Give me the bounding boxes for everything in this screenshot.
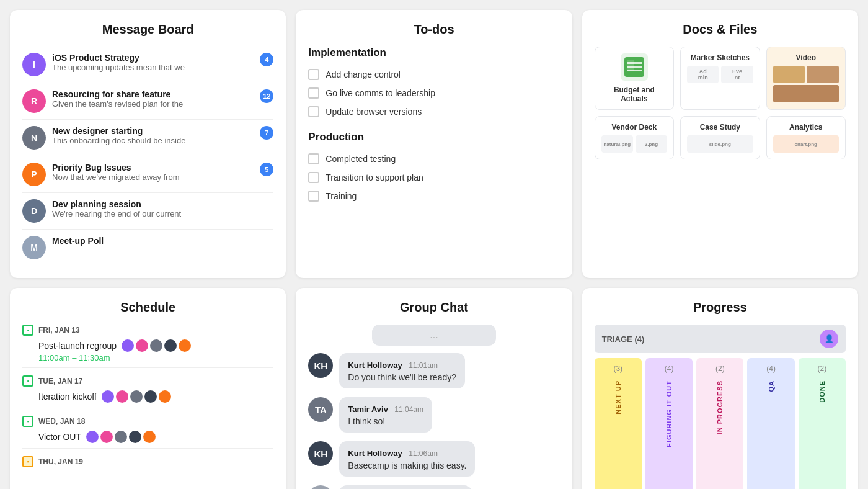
chat-sender: Tamir Aviv [348,405,388,414]
docs-files-title: Docs & Files [595,22,846,37]
event-name-text: Post-launch regroup [38,341,117,351]
schedule-card: Schedule ▪ FRI, JAN 13 Post-launch regro… [10,288,286,489]
spreadsheet-icon [621,53,648,81]
docs-grid: Budget andActuals Marker Sketches Admin … [595,47,846,159]
doc-thumbnails: Admin Event [687,66,753,83]
todo-section: Implementation Add change control Go liv… [308,47,559,121]
schedule-date-group: ▪ TUE, JAN 17 Iteration kickoff [22,375,273,403]
doc-card[interactable]: Video [766,47,846,110]
message-board-item[interactable]: D Dev planning session We're nearing the… [22,193,273,230]
schedule-date-group: ▪ WED, JAN 18 Victor OUT [22,416,273,443]
todo-item[interactable]: Transition to support plan [308,168,559,187]
thumb: Admin [687,66,719,83]
column-label: NEXT UP [614,380,622,415]
msg-preview: Now that we've migrated away from [52,173,254,182]
schedule-title: Schedule [22,300,273,315]
todo-checkbox[interactable] [308,172,319,183]
badge: 7 [260,126,273,140]
todo-checkbox[interactable] [308,69,319,80]
mini-avatar [143,431,156,443]
todo-section: Production Completed testing Transition … [308,131,559,205]
todo-label: Training [326,191,356,201]
message-board-item[interactable]: R Resourcing for share feature Given the… [22,83,273,120]
schedule-event[interactable]: Victor OUT [22,431,273,443]
doc-card[interactable]: Budget andActuals [595,47,674,110]
message-board-item[interactable]: P Priority Bug Issues Now that we've mig… [22,156,273,193]
chat-time: 11:04am [394,405,423,414]
doc-name: Video [773,53,839,62]
doc-card[interactable]: Analytics chart.png [766,116,846,159]
thumb: slide.png [687,135,753,153]
todos-card: To-dos Implementation Add change control… [296,10,572,278]
todo-item[interactable]: Go live comms to leadership [308,84,559,102]
message-board-item[interactable]: N New designer starting This onboarding … [22,120,273,156]
msg-content: Dev planning session We're nearing the e… [52,199,273,218]
calendar-icon: ▪ [22,375,33,387]
progress-column: (2) IN PROGRESS [696,358,743,489]
chat-bubble: Tamir Aviv 11:04am I think so! [339,397,432,433]
avatar: D [22,199,46,223]
mini-avatar [122,339,134,352]
avatars-row [86,431,156,443]
doc-name: Case Study [687,123,753,132]
doc-card[interactable]: Marker Sketches Admin Event [680,47,760,110]
video-thumb [807,66,839,83]
chat-avatar: KH [308,441,333,466]
event-name: Victor OUT [38,431,273,443]
event-name: Iteration kickoff [38,390,273,403]
mini-avatar [159,390,171,403]
chat-bubble: Kurt Holloway 11:06am Basecamp is making… [339,441,475,477]
mini-avatar [179,339,191,352]
message-board-item[interactable]: I iOS Product Strategy The upcoming upda… [22,47,273,83]
message-board-title: Message Board [22,22,273,37]
column-count: (3) [613,364,622,373]
chat-sender: Kurt Holloway [348,449,402,458]
chat-message: TA Tamir Aviv 11:04am I think so! [308,397,559,433]
chat-message: KH Kurt Holloway 11:01am Do you think we… [308,353,559,388]
chat-messages: KH Kurt Holloway 11:01am Do you think we… [308,353,559,489]
todos-title: To-dos [308,22,559,37]
chat-bubble: Kurt Holloway 11:01am Do you think we'll… [339,353,465,388]
todo-item[interactable]: Add change control [308,65,559,84]
typing-indicator: ... [372,325,496,346]
todos-list: Implementation Add change control Go liv… [308,47,559,205]
todo-checkbox[interactable] [308,87,319,99]
chat-avatar: KH [308,353,333,378]
progress-title: Progress [595,300,846,315]
event-name-text: Victor OUT [38,432,81,442]
column-count: (4) [766,364,776,373]
message-board-item[interactable]: M Meet-up Poll [22,230,273,266]
schedule-event[interactable]: Iteration kickoff [22,390,273,403]
schedule-event[interactable]: Post-launch regroup 11:00am – 11:30am [22,339,273,362]
todo-label: Completed testing [326,154,396,164]
message-board-list: I iOS Product Strategy The upcoming upda… [22,47,273,266]
mini-avatar [116,390,128,403]
doc-thumbnails: chart.png [773,135,839,153]
chat-time: 11:06am [409,449,438,458]
todo-checkbox[interactable] [308,106,319,117]
avatars-row [122,339,192,352]
doc-card[interactable]: Vendor Deck natural.png 2.png [595,116,674,159]
todo-checkbox[interactable] [308,191,319,202]
todo-label: Go live comms to leadership [326,88,435,98]
date-label: FRI, JAN 13 [38,326,80,334]
doc-card[interactable]: Case Study slide.png [680,116,760,159]
triage-row: TRIAGE (4) 👤 [595,325,846,353]
date-label: WED, JAN 18 [38,417,85,426]
doc-name: Vendor Deck [601,123,667,132]
column-label: FIGURING IT OUT [665,380,673,447]
todo-checkbox[interactable] [308,153,319,164]
mini-avatar [86,431,99,443]
video-thumb [773,66,805,83]
todo-item[interactable]: Training [308,187,559,205]
thumb: 2.png [636,135,667,153]
todo-item[interactable]: Completed testing [308,150,559,168]
msg-title: Resourcing for share feature [52,89,254,99]
todo-item[interactable]: Update browser versions [308,102,559,121]
schedule-date: ▪ WED, JAN 18 [22,416,273,427]
msg-content: New designer starting This onboarding do… [52,126,254,145]
mini-avatar [164,339,177,352]
schedule-list: ▪ FRI, JAN 13 Post-launch regroup 11:00a… [22,325,273,467]
chat-sender: Kurt Holloway [348,361,402,370]
badge: 12 [260,89,273,103]
